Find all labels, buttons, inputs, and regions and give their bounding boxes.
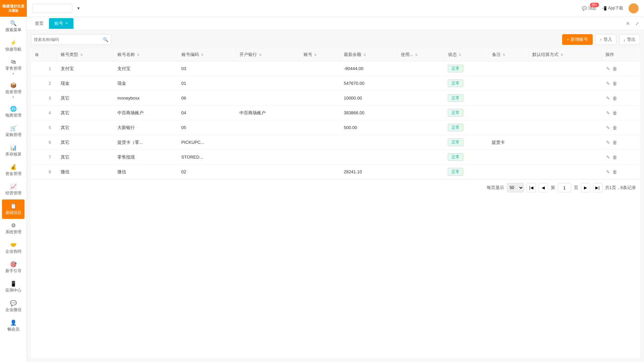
import-button[interactable]: ↑ 导入 [595, 34, 616, 45]
topbar-search-input[interactable] [32, 4, 72, 13]
wholesale-mgmt-icon: 📦 [10, 82, 17, 88]
app-download-button[interactable]: 📲 App下载 [602, 5, 623, 11]
tab-expand-icon-btn[interactable]: ⤢ [633, 19, 641, 27]
page-input[interactable] [558, 183, 571, 192]
total-label: 共1页，8条记录 [605, 185, 636, 191]
delete-button[interactable]: 🗑 [612, 125, 617, 130]
page-next-button[interactable]: ▶ [581, 183, 590, 192]
th-settings[interactable]: ⚙ [31, 48, 43, 61]
th-remark[interactable]: 备注 ⇅ [488, 48, 528, 61]
edit-button[interactable]: ✎ [606, 66, 610, 71]
cell-num: 1 [43, 61, 57, 76]
cell-type: 其它 [57, 150, 113, 165]
sidebar-item-quick-nav[interactable]: ⚡ 快捷导航 [0, 36, 26, 56]
cell-type: 其它 [57, 120, 113, 135]
topbar-dropdown[interactable]: ▼ [76, 6, 80, 11]
cell-name: moneybosx [113, 91, 177, 106]
sidebar-item-new-guide[interactable]: 🎯 新手引导 [0, 258, 26, 277]
cell-bank [235, 135, 300, 150]
sidebar-item-label: 畅会员 [7, 326, 19, 332]
tab-accounts[interactable]: 账号 ✕ [49, 18, 73, 29]
cell-empty [31, 165, 43, 179]
sidebar-item-basic-info[interactable]: 📋 基础信息 [2, 199, 24, 219]
cell-empty [31, 135, 43, 150]
cell-empty [31, 120, 43, 135]
th-code[interactable]: 账号编码 ⇅ [177, 48, 235, 61]
cell-balance [340, 150, 396, 165]
page-last-button[interactable]: ▶| [593, 183, 602, 192]
sidebar-item-search-menu[interactable]: 🔍 搜索菜单 [0, 17, 26, 36]
sidebar-item-purchase-mgmt[interactable]: 🛒 采购管理 [0, 122, 26, 141]
sidebar-item-corp-wechat[interactable]: 💬 企业微信 [0, 297, 26, 316]
sidebar-item-operations-mgmt[interactable]: 📈 经营管理 [0, 180, 26, 199]
edit-button[interactable]: ✎ [606, 110, 610, 116]
delete-button[interactable]: 🗑 [612, 155, 617, 160]
tab-accounts-close[interactable]: ✕ [65, 21, 68, 25]
cell-code: STORED... [177, 150, 235, 165]
cell-num: 3 [43, 91, 57, 106]
message-button[interactable]: 💬 消息 99+ [582, 5, 596, 11]
sidebar-item-ecommerce-mgmt[interactable]: 🌐 电商管理 [0, 102, 26, 122]
page-prev-button[interactable]: ◀ [539, 183, 548, 192]
user-avatar[interactable] [629, 3, 639, 13]
delete-button[interactable]: 🗑 [612, 110, 617, 116]
cell-num: 4 [43, 106, 57, 120]
delete-button[interactable]: 🗑 [612, 169, 617, 175]
cell-usage [396, 120, 444, 135]
delete-button[interactable]: 🗑 [612, 66, 617, 71]
add-account-button[interactable]: + 新增账号 [562, 34, 593, 45]
sidebar-item-fund-mgmt[interactable]: 💰 资金管理 [0, 161, 26, 180]
cell-name: 支付宝 [113, 61, 177, 76]
sidebar-item-app-center[interactable]: 📱 应用中心 [0, 277, 26, 297]
table-row: 8 微信 微信 02 28241.10 正常 ✎ 🗑 [31, 165, 640, 179]
edit-button[interactable]: ✎ [606, 155, 610, 160]
th-status[interactable]: 状态 ⇅ [444, 48, 488, 61]
th-settle[interactable]: 默认结算方式 ⇅ [528, 48, 601, 61]
th-bank[interactable]: 开户银行 ⇅ [235, 48, 300, 61]
sidebar-item-retail-mgmt[interactable]: 🛍 零售管理 ▼ [0, 56, 26, 79]
th-account[interactable]: 账号 ⇅ [299, 48, 340, 61]
th-type[interactable]: 账号类型 ⇅ [57, 48, 113, 61]
cell-balance [340, 135, 396, 150]
page-size-select[interactable]: 50 20 100 [507, 183, 524, 192]
delete-button[interactable]: 🗑 [612, 96, 617, 101]
edit-button[interactable]: ✎ [606, 169, 610, 175]
cell-balance: 500.00 [340, 120, 396, 135]
tab-close-icon-btn[interactable]: ✕ [624, 19, 632, 27]
table-row: 3 其它 moneybosx 06 10000.00 正常 ✎ 🗑 [31, 91, 640, 106]
sidebar-item-sys-mgmt[interactable]: ⚙ 系统管理 [0, 219, 26, 238]
sidebar-item-inventory-calc[interactable]: 📊 库存核算 [0, 141, 26, 161]
pagination: 每页显示 50 20 100 |◀ ◀ 第 页 ▶ ▶| 共1页，8条记录 [31, 179, 640, 196]
cell-name: 微信 [113, 165, 177, 179]
edit-button[interactable]: ✎ [606, 140, 610, 145]
delete-button[interactable]: 🗑 [612, 140, 617, 145]
tab-accounts-label: 账号 [54, 20, 63, 26]
edit-button[interactable]: ✎ [606, 125, 610, 130]
cell-usage [396, 106, 444, 120]
sidebar-item-corp-agreement[interactable]: 🤝 企业协同 [0, 238, 26, 258]
cell-balance: -90444.00 [340, 61, 396, 76]
cell-remark [488, 165, 528, 179]
sidebar-item-member[interactable]: 👤 畅会员 [0, 316, 26, 336]
cell-name: 提货卡（零... [113, 135, 177, 150]
retail-mgmt-icon: 🛍 [11, 59, 16, 65]
cell-account [299, 61, 340, 76]
tab-home[interactable]: 首页 [30, 18, 49, 29]
page-first-button[interactable]: |◀ [527, 183, 536, 192]
export-button[interactable]: ↓ 导出 [619, 34, 640, 45]
th-usage[interactable]: 使用... ⇅ [396, 48, 444, 61]
edit-button[interactable]: ✎ [606, 81, 610, 86]
topbar: ▼ 💬 消息 99+ 📲 App下载 [27, 0, 644, 17]
cell-type: 支付宝 [57, 61, 113, 76]
cell-type: 其它 [57, 91, 113, 106]
cell-action: ✎ 🗑 [601, 165, 640, 179]
edit-button[interactable]: ✎ [606, 96, 610, 101]
th-name[interactable]: 账号名称 ⇅ [113, 48, 177, 61]
sidebar-item-label: 企业协同 [5, 249, 21, 254]
cell-status: 正常 [444, 135, 488, 150]
delete-button[interactable]: 🗑 [612, 81, 617, 86]
sidebar-item-wholesale-mgmt[interactable]: 📦 批发管理 ▼ [0, 79, 26, 102]
cell-action: ✎ 🗑 [601, 91, 640, 106]
search-input[interactable] [34, 37, 103, 42]
th-balance[interactable]: 最新余额 ⇅ [340, 48, 396, 61]
